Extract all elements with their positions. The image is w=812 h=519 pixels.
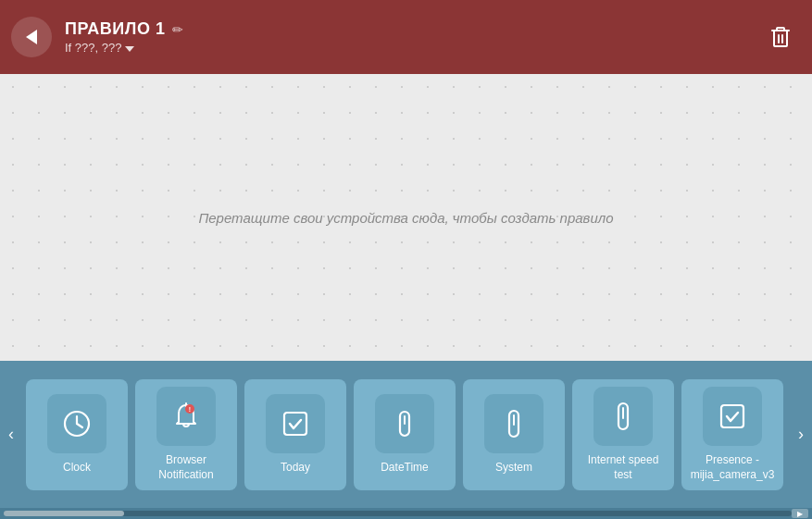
device-scroll-area: ‹ Clock xyxy=(0,361,812,508)
header-info: ПРАВИЛО 1 ✏ If ???, ??? xyxy=(65,19,760,55)
device-label-system: System xyxy=(495,461,532,476)
device-card-today[interactable]: Today xyxy=(244,379,346,490)
trash-icon xyxy=(769,24,792,50)
speed-icon xyxy=(606,400,640,433)
datetime-icon xyxy=(388,407,421,440)
speed-icon-wrap xyxy=(593,387,653,446)
back-button[interactable] xyxy=(11,17,52,57)
device-label-today: Today xyxy=(281,461,310,476)
header: ПРАВИЛО 1 ✏ If ???, ??? xyxy=(0,0,812,74)
back-arrow-icon xyxy=(26,30,37,44)
presence-icon-wrap xyxy=(703,387,762,446)
system-icon-wrap xyxy=(484,394,543,453)
svg-rect-0 xyxy=(774,31,787,46)
scroll-end-button[interactable]: ▶ xyxy=(792,509,808,518)
drop-zone[interactable]: Перетащите свои устройства сюда, чтобы с… xyxy=(0,74,812,361)
today-icon-wrap xyxy=(266,394,325,453)
clock-icon-wrap xyxy=(47,394,106,453)
svg-line-5 xyxy=(77,424,82,427)
datetime-icon-wrap xyxy=(375,394,434,453)
device-label-presence-mijia: Presence - mijia_camera_v3 xyxy=(689,453,776,482)
title-row: ПРАВИЛО 1 ✏ xyxy=(65,19,760,39)
check-square-icon xyxy=(279,407,312,440)
device-card-presence-mijia[interactable]: Presence - mijia_camera_v3 xyxy=(681,379,783,490)
presence-check-icon xyxy=(716,400,749,433)
device-card-browser-notification[interactable]: ! Browser Notification xyxy=(135,379,237,490)
prev-button[interactable]: ‹ xyxy=(0,361,22,508)
next-button[interactable]: › xyxy=(790,361,812,508)
device-card-datetime[interactable]: DateTime xyxy=(354,379,456,490)
subtitle-text: If ???, ??? xyxy=(65,41,121,55)
clock-icon xyxy=(60,407,94,440)
devices-list: Clock ! Browser Notification xyxy=(22,370,790,500)
device-card-system[interactable]: System xyxy=(463,379,565,490)
bell-icon-wrap: ! xyxy=(156,387,216,446)
device-label-browser-notification: Browser Notification xyxy=(143,453,230,482)
scroll-track xyxy=(4,511,792,516)
device-label-clock: Clock xyxy=(63,461,91,476)
device-label-internet-speed: Internet speed test xyxy=(580,453,667,482)
header-subtitle[interactable]: If ???, ??? xyxy=(65,41,760,55)
device-card-clock[interactable]: Clock xyxy=(26,379,128,490)
system-icon xyxy=(497,407,531,440)
horizontal-scrollbar[interactable]: ▶ xyxy=(0,508,812,519)
drop-hint-text: Перетащите свои устройства сюда, чтобы с… xyxy=(198,210,613,226)
svg-text:!: ! xyxy=(189,406,191,413)
chevron-down-icon xyxy=(125,46,134,52)
device-panel: ‹ Clock xyxy=(0,361,812,519)
device-label-datetime: DateTime xyxy=(381,461,429,476)
device-card-internet-speed[interactable]: Internet speed test xyxy=(572,379,674,490)
page-title: ПРАВИЛО 1 xyxy=(65,19,165,39)
chevron-right-icon: › xyxy=(798,425,804,444)
delete-button[interactable] xyxy=(760,17,801,57)
bell-icon: ! xyxy=(169,400,203,433)
edit-icon[interactable]: ✏ xyxy=(172,22,183,37)
svg-rect-16 xyxy=(721,405,743,427)
scroll-thumb[interactable] xyxy=(4,511,124,516)
svg-rect-9 xyxy=(284,413,306,435)
chevron-left-icon: ‹ xyxy=(8,425,14,444)
